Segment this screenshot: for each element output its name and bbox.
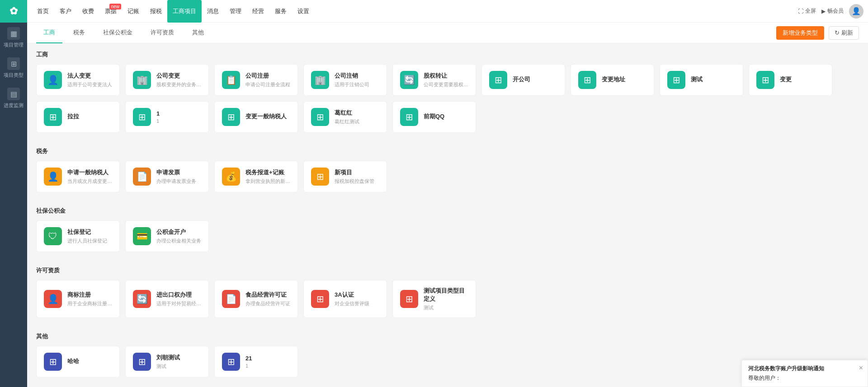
card-mohonghong[interactable]: ⊞葛红红葛红红测试 — [303, 101, 387, 133]
card-title-trademark: 商标注册 — [67, 291, 112, 299]
nav-billing[interactable]: 收费 — [77, 0, 99, 23]
card-tax-report-bookkeep[interactable]: 💰税务报道+记账拿到营业执照的新公司 — [214, 161, 298, 192]
card-company-change[interactable]: 🏢公司变更股权变更外的业务变更 — [125, 64, 209, 96]
card-icon-equity-transfer: 🔄 — [400, 71, 418, 89]
card-trademark[interactable]: 👤商标注册用于企业商标注册服务 — [36, 280, 120, 318]
card-title-legal-change: 法人变更 — [67, 72, 112, 80]
sidebar-item-project-type[interactable]: ⊞ 项目类型 — [0, 53, 27, 83]
tab-bizreg[interactable]: 工商 — [36, 23, 62, 43]
logo[interactable]: ✿ — [0, 0, 27, 23]
refresh-button[interactable]: ↻ 刷新 — [829, 26, 859, 40]
card-test-type[interactable]: ⊞测试项目类型目定义测试 — [392, 280, 476, 318]
card-desc-liuchaotest: 测试 — [156, 363, 201, 370]
nav-service[interactable]: 服务 — [269, 0, 292, 23]
card-icon-test: ⊞ — [667, 71, 685, 89]
cards-grid-social: 🛡社保登记进行人员社保登记💳公积金开户办理公积金相关业务 — [36, 220, 859, 252]
card-haha[interactable]: ⊞哈哈 — [36, 346, 120, 378]
card-3a-cert[interactable]: ⊞3A认证对企业信誉评级 — [303, 280, 387, 318]
sidebar-item-progress[interactable]: ▤ 进度监测 — [0, 83, 27, 113]
card-provident-fund[interactable]: 💳公积金开户办理公积金相关业务 — [125, 220, 209, 252]
nav-message[interactable]: 消息 — [202, 0, 224, 23]
refresh-icon: ↻ — [835, 29, 840, 36]
card-icon-trademark: 👤 — [44, 290, 62, 308]
card-icon-liuchaotest: ⊞ — [133, 353, 151, 371]
card-title-haha: 哈哈 — [67, 357, 112, 365]
card-liuchaotest[interactable]: ⊞刘朝测试测试 — [125, 346, 209, 378]
sidebar-item-project-mgmt[interactable]: ▦ 项目管理 — [0, 23, 27, 53]
card-change-taxpayer[interactable]: ⊞变更一般纳税人 — [214, 101, 298, 133]
nav-manage[interactable]: 管理 — [224, 0, 247, 23]
fullscreen-btn[interactable]: ⛶ 全屏 — [798, 7, 816, 15]
membership-btn[interactable]: ▶ 畅会员 — [821, 7, 844, 15]
card-info-new-project: 新项目报税加税控盘保管 — [335, 168, 379, 185]
notification-close-button[interactable]: × — [859, 364, 863, 372]
card-desc-food-license: 办理食品经营许可证 — [245, 300, 290, 307]
card-apply-taxpayer[interactable]: 👤申请一般纳税人当月或次月成变更完成 — [36, 161, 120, 192]
card-desc-test-type: 测试 — [424, 304, 468, 311]
card-one[interactable]: ⊞11 — [125, 101, 209, 133]
card-icon-food-license: 📄 — [222, 290, 240, 308]
nav-invoice[interactable]: 票据 new — [99, 0, 122, 23]
card-icon-apply-invoice: 📄 — [133, 168, 151, 186]
card-company-register[interactable]: 📋公司注册申请公司注册全流程 — [214, 64, 298, 96]
card-twentyone[interactable]: ⊞211 — [214, 346, 298, 378]
card-prepqq[interactable]: ⊞前期QQ — [392, 101, 476, 133]
card-icon-one: ⊞ — [133, 108, 151, 126]
card-icon-company-cancel: 🏢 — [311, 71, 329, 89]
card-desc-apply-invoice: 办理申请发票业务 — [156, 178, 201, 185]
card-info-social-register: 社保登记进行人员社保登记 — [67, 228, 112, 244]
tab-other[interactable]: 其他 — [185, 23, 211, 43]
card-info-apply-taxpayer: 申请一般纳税人当月或次月成变更完成 — [67, 168, 112, 185]
card-equity-transfer[interactable]: 🔄股权转让公司变更需要股权转让 — [392, 64, 476, 96]
user-avatar[interactable]: 👤 — [849, 4, 863, 19]
card-lala[interactable]: ⊞拉拉 — [36, 101, 120, 133]
card-icon-mohonghong: ⊞ — [311, 108, 329, 126]
card-change[interactable]: ⊞变更 — [749, 64, 832, 96]
card-info-change-address: 变更地址 — [602, 75, 646, 85]
card-change-address[interactable]: ⊞变更地址 — [571, 64, 654, 96]
card-desc-legal-change: 适用于公司变更法人 — [67, 81, 112, 88]
fullscreen-icon: ⛶ — [798, 8, 803, 14]
tab-tax[interactable]: 税务 — [66, 23, 92, 43]
nav-home[interactable]: 首页 — [32, 0, 54, 23]
nav-accounting[interactable]: 记账 — [122, 0, 145, 23]
card-test[interactable]: ⊞测试 — [660, 64, 743, 96]
card-desc-3a-cert: 对企业信誉评级 — [335, 300, 379, 307]
card-title-test-type: 测试项目类型目定义 — [424, 287, 468, 303]
notification-content: 尊敬的用户： — [748, 374, 861, 382]
card-legal-change[interactable]: 👤法人变更适用于公司变更法人 — [36, 64, 120, 96]
nav-customer[interactable]: 客户 — [54, 0, 77, 23]
card-info-test-type: 测试项目类型目定义测试 — [424, 287, 468, 311]
card-title-change: 变更 — [780, 75, 825, 84]
add-biz-type-button[interactable]: 新增业务类型 — [776, 26, 824, 40]
logo-icon: ✿ — [9, 5, 18, 17]
card-import-export[interactable]: 🔄进出口权办理适用于对外贸易经营者 — [125, 280, 209, 318]
card-icon-tax-report-bookkeep: 💰 — [222, 168, 240, 186]
tab-social[interactable]: 社保公积金 — [96, 23, 140, 43]
card-apply-invoice[interactable]: 📄申请发票办理申请发票业务 — [125, 161, 209, 192]
card-new-project[interactable]: ⊞新项目报税加税控盘保管 — [303, 161, 387, 192]
card-open-company[interactable]: ⊞开公司 — [481, 64, 565, 96]
card-info-legal-change: 法人变更适用于公司变更法人 — [67, 72, 112, 88]
nav-tax[interactable]: 报税 — [145, 0, 167, 23]
cards-grid-license: 👤商标注册用于企业商标注册服务🔄进出口权办理适用于对外贸易经营者📄食品经营许可证… — [36, 280, 859, 318]
card-info-test: 测试 — [691, 75, 736, 85]
card-company-cancel[interactable]: 🏢公司注销适用于注销公司 — [303, 64, 387, 96]
project-mgmt-icon: ▦ — [7, 27, 20, 40]
nav-settings[interactable]: 设置 — [292, 0, 315, 23]
cards-grid-tax: 👤申请一般纳税人当月或次月成变更完成📄申请发票办理申请发票业务💰税务报道+记账拿… — [36, 161, 859, 192]
section-bizreg: 工商👤法人变更适用于公司变更法人🏢公司变更股权变更外的业务变更📋公司注册申请公司… — [27, 43, 868, 133]
card-info-change: 变更 — [780, 75, 825, 85]
card-food-license[interactable]: 📄食品经营许可证办理食品经营许可证 — [214, 280, 298, 318]
card-info-change-taxpayer: 变更一般纳税人 — [245, 112, 290, 122]
nav-bizreg[interactable]: 工商项目 — [167, 0, 202, 23]
tab-license[interactable]: 许可资质 — [143, 23, 181, 43]
card-icon-change: ⊞ — [756, 71, 774, 89]
card-social-register[interactable]: 🛡社保登记进行人员社保登记 — [36, 220, 120, 252]
card-title-provident-fund: 公积金开户 — [156, 228, 201, 236]
card-icon-new-project: ⊞ — [311, 168, 329, 186]
card-icon-company-change: 🏢 — [133, 71, 151, 89]
nav-operate[interactable]: 经营 — [247, 0, 269, 23]
section-title-license: 许可资质 — [36, 266, 859, 275]
sidebar-item-label: 项目类型 — [4, 72, 24, 79]
